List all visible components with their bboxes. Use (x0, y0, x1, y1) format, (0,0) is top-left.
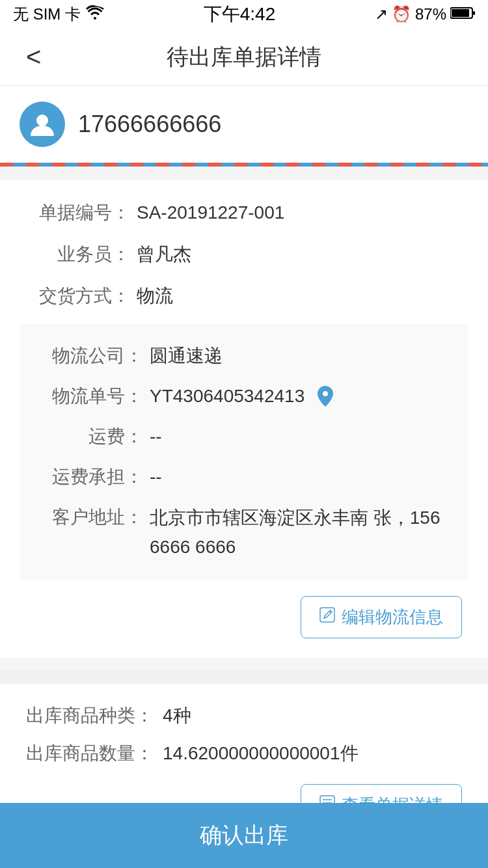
address-row: 客户地址： 北京市市辖区海淀区永丰南 张，156 6666 6666 (39, 504, 449, 562)
confirm-bar[interactable]: 确认出库 (0, 803, 488, 868)
alarm-icon: ⏰ (392, 5, 411, 23)
logistics-company-row: 物流公司： 圆通速递 (39, 342, 449, 370)
agent-value: 曾凡杰 (137, 241, 462, 268)
quantity-row: 出库商品数量： 14.620000000000001件 (26, 741, 462, 766)
quantity-value: 14.620000000000001件 (163, 741, 359, 766)
delivery-row: 交货方式： 物流 (26, 282, 462, 310)
edit-logistics-button[interactable]: 编辑物流信息 (301, 596, 462, 638)
freight-bear-value: -- (150, 463, 449, 491)
svg-rect-4 (320, 608, 334, 622)
order-number-value: SA-20191227-001 (137, 199, 462, 226)
tracking-number: YT4306405342413 (150, 383, 305, 410)
user-avatar-icon (29, 111, 55, 137)
freight-value: -- (150, 423, 449, 450)
edit-logistics-label: 编辑物流信息 (342, 606, 443, 629)
status-right: ↗ ⏰ 87% (375, 5, 475, 23)
confirm-button-text: 确认出库 (200, 821, 288, 850)
battery-label: 87% (415, 5, 446, 23)
customer-header: 17666666666 (0, 86, 488, 163)
svg-point-3 (36, 115, 48, 126)
types-value: 4种 (163, 703, 191, 728)
wifi-icon (86, 5, 104, 23)
logistics-card: 物流公司： 圆通速递 物流单号： YT4306405342413 运费： -- … (20, 324, 468, 580)
freight-row: 运费： -- (39, 423, 449, 450)
logistics-tracking-label: 物流单号： (39, 383, 143, 410)
status-bar: 无 SIM 卡 下午4:42 ↗ ⏰ 87% (0, 0, 488, 29)
freight-label: 运费： (39, 423, 143, 450)
nav-title: 待出库单据详情 (167, 42, 321, 72)
logistics-tracking-value: YT4306405342413 (150, 383, 449, 410)
carrier-label: 无 SIM 卡 (13, 4, 81, 25)
logistics-tracking-row: 物流单号： YT4306405342413 (39, 383, 449, 410)
dashed-divider (0, 163, 488, 167)
logistics-company-value: 圆通速递 (150, 342, 449, 370)
content: 17666666666 单据编号： SA-20191227-001 业务员： 曾… (0, 86, 488, 868)
types-row: 出库商品种类： 4种 (26, 703, 462, 728)
logistics-company-label: 物流公司： (39, 342, 143, 370)
order-info-section: 单据编号： SA-20191227-001 业务员： 曾凡杰 交货方式： 物流 … (0, 180, 488, 658)
delivery-value: 物流 (137, 282, 462, 310)
agent-label: 业务员： (26, 241, 130, 268)
status-left: 无 SIM 卡 (13, 4, 104, 25)
avatar (20, 102, 65, 147)
freight-bear-row: 运费承担： -- (39, 463, 449, 491)
status-time: 下午4:42 (204, 2, 276, 27)
edit-btn-wrap: 编辑物流信息 (26, 596, 462, 638)
order-number-label: 单据编号： (26, 199, 130, 226)
quantity-label: 出库商品数量： (26, 741, 156, 766)
back-button[interactable]: < (20, 36, 47, 78)
gray-divider (0, 671, 488, 684)
location-status-icon: ↗ (375, 5, 388, 23)
svg-rect-2 (473, 11, 475, 15)
delivery-label: 交货方式： (26, 282, 130, 310)
nav-bar: < 待出库单据详情 (0, 29, 488, 86)
customer-phone: 17666666666 (78, 111, 221, 138)
address-value: 北京市市辖区海淀区永丰南 张，156 6666 6666 (150, 504, 449, 562)
map-pin-icon[interactable] (314, 385, 337, 408)
edit-icon (319, 607, 335, 627)
types-label: 出库商品种类： (26, 703, 156, 728)
order-number-row: 单据编号： SA-20191227-001 (26, 199, 462, 226)
battery-icon (450, 5, 475, 23)
agent-row: 业务员： 曾凡杰 (26, 241, 462, 268)
address-label: 客户地址： (39, 504, 143, 531)
freight-bear-label: 运费承担： (39, 463, 143, 491)
svg-rect-1 (452, 9, 469, 17)
